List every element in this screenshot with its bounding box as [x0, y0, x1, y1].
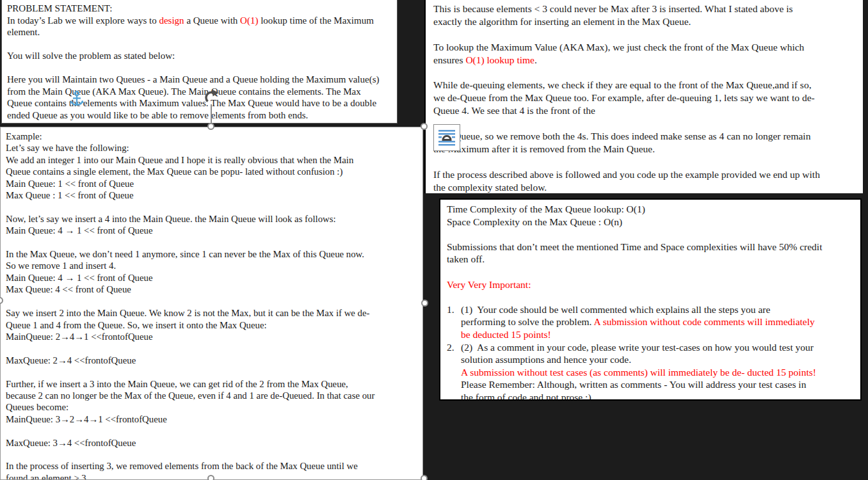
text-line: In today’s Lab we will explore ways to d… [7, 15, 392, 27]
text-line: Space Complexity on the Max Queue : O(n) [447, 216, 854, 228]
text-line [6, 366, 417, 378]
text-line: In the process of inserting 3, we remove… [6, 460, 417, 472]
text-line [6, 342, 417, 354]
problem-statement-textbox[interactable]: PROBLEM STATEMENT:In today’s Lab we will… [1, 0, 398, 124]
list-number: 1. [447, 303, 461, 316]
text-line [7, 62, 392, 74]
text-line: You will solve the problem as stated bel… [7, 50, 392, 62]
example-textbox[interactable]: Example:Let’s say we have the following:… [0, 127, 423, 480]
text-line: 1.(1) Your code should be well commented… [447, 303, 854, 316]
text-line: Queue contains the elements with Maximum… [7, 97, 392, 109]
text-line: While de-queuing elements, we check if t… [433, 79, 856, 92]
text-line: If the process described above is follow… [433, 168, 856, 181]
text-line: ensures O(1) lookup time. [433, 54, 856, 67]
text-line: Now, let’s say we insert a 4 into the Ma… [6, 213, 417, 225]
text-line: Max Queue: 4 << front of Queue [6, 284, 417, 295]
text-line: MainQueue: 2→4→1 <<frontofQueue [6, 331, 417, 342]
text-line: ended Queue as you would like to be able… [7, 109, 392, 122]
text-line: performing to solve the problem. A submi… [447, 316, 854, 328]
text-line: the complexity stated below. [433, 181, 856, 193]
text-line: Time Complexity of the Max Queue lookup:… [447, 203, 854, 216]
text-line [6, 201, 417, 212]
layout-options-icon [438, 129, 456, 147]
resize-handle-bottom-right[interactable] [421, 475, 428, 480]
text-line: we de-Queue from the Max Queue too. For … [433, 92, 856, 104]
text-line [433, 156, 856, 168]
object-anchor-icon [69, 90, 84, 110]
text-line: Max Queue, so we remove both the 4s. Thi… [433, 130, 856, 143]
text-line: Queue contains a single element, the Max… [6, 166, 417, 177]
text-line: Queue 4. We see that 4 is the front of t… [433, 104, 856, 117]
text-line: solution assumptions and hence your code… [447, 353, 854, 366]
text-line: Here you will Maintain two Queues - a Ma… [7, 74, 392, 86]
text-line: because 2 can no longer be the Max of th… [6, 390, 417, 401]
text-line: To lookup the Maximum Value (AKA Max), w… [433, 41, 856, 54]
resize-handle-top-center[interactable] [207, 123, 214, 130]
text-line: element. [7, 26, 392, 38]
text-line: MaxQueue: 2→4 <<frontofQueue [6, 355, 417, 366]
text-line [7, 38, 392, 51]
text-line: PROBLEM STATEMENT: [7, 3, 392, 15]
text-line: A submission without test cases (as comm… [447, 366, 854, 379]
text-line [6, 296, 417, 307]
rotate-handle[interactable] [202, 88, 220, 106]
document-canvas: PROBLEM STATEMENT:In today’s Lab we will… [0, 0, 868, 480]
text-line: the Maximum after it is removed from the… [433, 143, 856, 156]
text-line [433, 117, 856, 130]
text-line: Example: [6, 131, 417, 142]
text-line: Further, if we insert a 3 into the Main … [6, 378, 417, 390]
text-line [6, 425, 417, 436]
text-line: Say we insert 2 into the Main Queue. We … [6, 307, 417, 319]
text-line: Main Queue: 4 → 1 << front of Queue [6, 272, 417, 284]
text-line: We add an integer 1 into our Main Queue … [6, 154, 417, 166]
text-line: taken off. [447, 253, 854, 266]
text-line [433, 67, 856, 79]
text-line: exactly the algorithm for inserting an e… [433, 15, 856, 28]
resize-handle-top-right[interactable] [421, 123, 428, 130]
text-line [6, 449, 417, 460]
text-line [447, 228, 854, 241]
text-line [6, 237, 417, 248]
algorithm-textbox[interactable]: This is because elements < 3 could never… [424, 0, 863, 193]
text-line: MainQueue: 3→2→4→1 <<frontofQueue [6, 413, 417, 425]
rotate-arrow-icon [202, 88, 220, 106]
text-line: Please Remember: Although, written as co… [447, 378, 854, 391]
text-line: the form of code and not prose :) [447, 391, 854, 401]
text-line: 2.(2) As a comment in your code, please … [447, 341, 854, 354]
text-line: be deducted 15 points! [447, 328, 854, 341]
text-line: Queue 1 and 4 from the Queue. So, we ins… [6, 319, 417, 331]
resize-handle-right-middle[interactable] [421, 300, 428, 307]
text-line [447, 266, 854, 278]
text-line: Main Queue: 4 → 1 << front of Queue [6, 225, 417, 236]
text-line [447, 291, 854, 303]
layout-options-button[interactable] [433, 124, 460, 151]
text-line: This is because elements < 3 could never… [433, 3, 856, 15]
grading-textbox[interactable]: Time Complexity of the Max Queue lookup:… [439, 198, 862, 401]
resize-handle-bottom-center[interactable] [207, 475, 214, 480]
text-line: In the Max Queue, we don’t need 1 anymor… [6, 248, 417, 260]
text-line: Max Queue : 1 << front of Queue [6, 189, 417, 201]
text-line: Let’s say we have the following: [6, 142, 417, 154]
text-line: Submissions that don’t meet the mentione… [447, 241, 854, 253]
text-line [433, 28, 856, 41]
text-line: from the Main Queue (AKA Max Queue). The… [7, 86, 392, 98]
list-number: 2. [447, 341, 461, 354]
text-line: Queues become: [6, 401, 417, 413]
rotate-handle-connector [211, 104, 212, 124]
text-line: So we remove 1 and insert 4. [6, 260, 417, 271]
text-line: Main Queue: 1 << front of Queue [6, 178, 417, 189]
text-line: Very Very Important: [447, 278, 854, 291]
text-line: MaxQueue: 3→4 <<frontofQueue [6, 437, 417, 449]
